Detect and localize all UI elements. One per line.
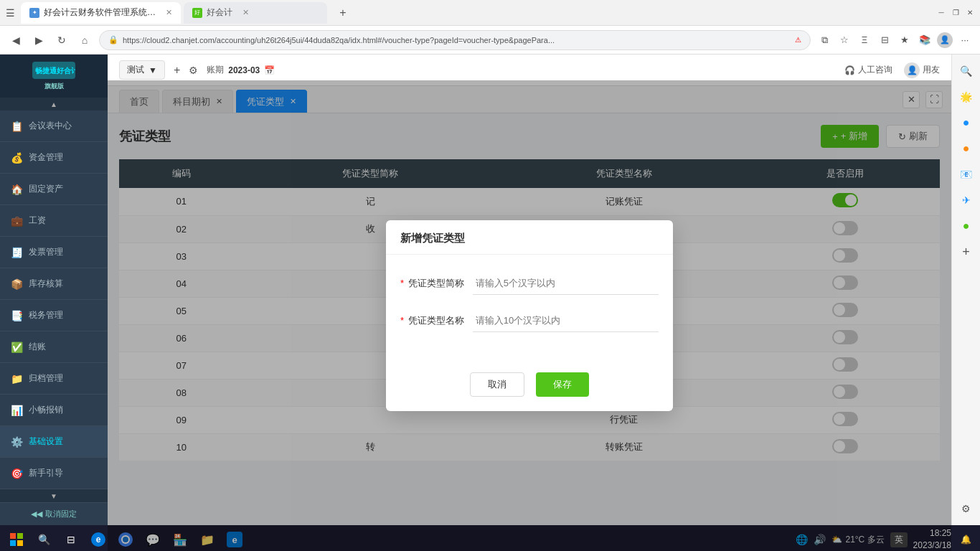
sidebar-item-settings[interactable]: ⚙️ 基础设置 [0,426,108,458]
fav-icon[interactable]: ★ [897,32,913,48]
sidebar-item-label-invoice: 发票管理 [29,246,63,258]
restore-button[interactable]: ❐ [951,9,960,17]
svg-text:畅捷通好合计: 畅捷通好合计 [35,67,75,75]
pin-icon: ◀◀ [31,509,42,519]
taskbar-app-edge[interactable]: e [88,529,109,550]
taskbar-search-icon[interactable]: 🔍 [33,529,55,550]
svg-text:e: e [96,534,101,545]
sidebar-item-label-salary: 工资 [29,215,46,227]
browser-tab-0[interactable]: ✦ 好会计云财务软件管理系统_会计 ✕ [21,2,181,24]
sidebar-item-guide[interactable]: 🎯 新手引导 [0,458,108,489]
browser-menu-icon[interactable]: ☰ [6,7,15,19]
sidebar-item-archive[interactable]: 📁 归档管理 [0,363,108,395]
consultation-button[interactable]: 🎧 人工咨询 [844,64,892,76]
browser-title-bar: ☰ ✦ 好会计云财务软件管理系统_会计 ✕ 好 好会计 ✕ + ─ ❐ ✕ [0,0,980,26]
company-settings-icon[interactable]: ⚙ [189,65,198,76]
guide-icon: 🎯 [10,467,23,480]
nav-home-button[interactable]: ⌂ [76,32,93,49]
sidebar-item-assets[interactable]: 🏠 固定资产 [0,174,108,205]
period-value: 2023-03 [228,65,260,75]
settings-icon: ⚙️ [10,435,23,448]
sidebar-item-tax[interactable]: 📑 税务管理 [0,300,108,331]
user-name: 用友 [923,64,940,76]
more-menu-icon[interactable]: ··· [957,32,973,48]
right-mail-icon[interactable]: 📧 [956,164,977,185]
cancel-fixed-button[interactable]: ◀◀ 取消固定 [31,509,77,519]
nav-back-button[interactable]: ◀ [7,32,24,49]
modal-cancel-button[interactable]: 取消 [470,372,524,397]
sidebar-item-reports[interactable]: 📋 会议表中心 [0,110,108,142]
address-text: https://cloud2.chanjet.com/accounting/uh… [123,36,555,44]
right-add-icon[interactable]: + [956,241,977,263]
sidebar-item-expense[interactable]: 📊 小畅报销 [0,395,108,426]
archive-icon: 📁 [10,372,23,385]
add-company-button[interactable]: + [174,64,180,77]
form-label-short: * 凭证类型简称 [400,277,464,290]
tab-close-1[interactable]: ✕ [242,8,249,17]
sidebar-item-inventory[interactable]: 📦 库存核算 [0,268,108,300]
form-label-name: * 凭证类型名称 [400,314,464,327]
sidebar-item-label-archive: 归档管理 [29,372,63,385]
taskbar-notification-icon[interactable]: 🔔 [957,531,974,548]
tab-label-0: 好会计云财务软件管理系统_会计 [44,6,159,19]
modal-title: 新增凭证类型 [400,232,465,244]
modal-body: * 凭证类型简称 * 凭证类型名称 [386,255,673,364]
sidebar-item-checkout[interactable]: ✅ 结账 [0,331,108,363]
sidebar-bottom: ◀◀ 取消固定 [0,502,108,525]
reading-view-icon[interactable]: Ξ [857,32,872,48]
right-circle-icon[interactable]: ● [956,112,977,133]
tab-close-0[interactable]: ✕ [166,8,172,17]
required-mark-short: * [400,278,404,288]
svg-rect-4 [10,540,16,546]
alert-icon: ⚠ [795,36,801,44]
calendar-icon[interactable]: 📅 [264,65,275,75]
consultation-label: 人工咨询 [858,64,892,76]
sidebar-scroll-up[interactable]: ▲ [0,98,108,110]
sidebar-item-funds[interactable]: 💰 资金管理 [0,142,108,174]
reports-icon: 📋 [10,120,23,133]
browser-tab-1[interactable]: 好 好会计 ✕ [184,2,327,24]
bookmark-icon[interactable]: ☆ [837,32,852,48]
sidebar-item-invoice[interactable]: 🧾 发票管理 [0,237,108,268]
address-input-bar[interactable]: 🔒 https://cloud2.chanjet.com/accounting/… [99,30,811,50]
form-row-name: * 凭证类型名称 [400,309,659,332]
save-label: 保存 [553,379,572,390]
nav-forward-button[interactable]: ▶ [30,32,47,49]
checkout-icon: ✅ [10,341,23,354]
sidebar-menu: 📋 会议表中心 💰 资金管理 🏠 固定资产 💼 工资 🧾 发票管理 📦 [0,110,108,489]
company-dropdown-icon: ▼ [149,65,157,75]
sidebar-item-label-expense: 小畅报销 [29,404,63,416]
voucher-short-name-input[interactable] [473,272,659,295]
right-search-icon[interactable]: 🔍 [956,60,977,82]
new-tab-button[interactable]: + [333,3,353,23]
sidebar-item-label-settings: 基础设置 [29,435,63,448]
split-view-icon[interactable]: ⊟ [877,32,892,48]
collections-icon[interactable]: 📚 [917,32,933,48]
modal-save-button[interactable]: 保存 [536,372,589,397]
period-label: 账期 [207,64,224,76]
close-button[interactable]: ✕ [966,9,974,17]
right-green-icon[interactable]: ● [956,215,977,237]
company-name: 测试 [127,64,144,76]
minimize-button[interactable]: ─ [937,9,946,17]
right-settings-icon[interactable]: ⚙ [956,498,977,519]
company-selector[interactable]: 测试 ▼ [119,60,165,80]
voucher-full-name-input[interactable] [473,309,659,332]
taskbar-taskview-icon[interactable]: ⊟ [60,529,82,550]
profile-icon[interactable]: 👤 [937,32,953,48]
right-send-icon[interactable]: ✈ [956,189,977,211]
modal-dialog: 新增凭证类型 * 凭证类型简称 * 凭证类型名称 取消 [386,220,673,411]
user-avatar-icon: 👤 [904,62,920,78]
sidebar-item-label-funds: 资金管理 [29,151,63,164]
extensions-icon[interactable]: ⧉ [816,32,832,48]
sidebar-item-salary[interactable]: 💼 工资 [0,205,108,237]
modal-overlay: 新增凭证类型 * 凭证类型简称 * 凭证类型名称 取消 [108,80,951,551]
sidebar-scroll-down[interactable]: ▼ [0,489,108,502]
assets-icon: 🏠 [10,183,23,196]
user-info[interactable]: 👤 用友 [904,62,940,78]
logo-icon: 畅捷通好合计 [32,62,75,79]
nav-refresh-button[interactable]: ↻ [53,32,70,49]
right-star-icon[interactable]: 🌟 [956,86,977,108]
start-button[interactable] [6,529,27,550]
right-orange-icon[interactable]: ● [956,138,977,159]
